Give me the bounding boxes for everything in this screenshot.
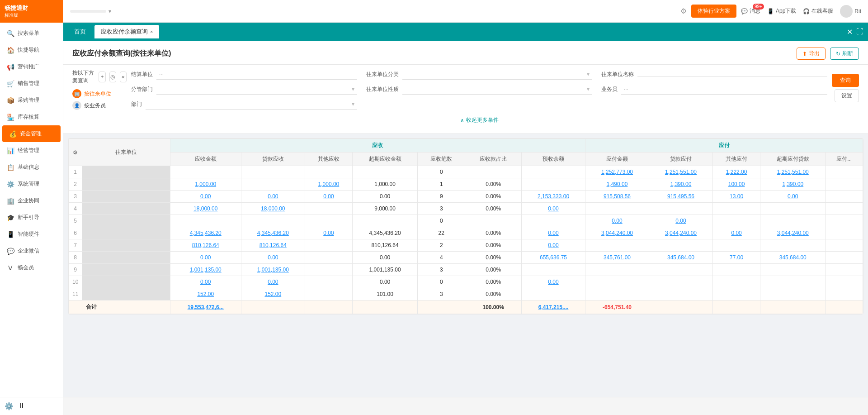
app-download-btn[interactable]: 📱 App下载 xyxy=(767,7,796,15)
sidebar-item-quick-nav[interactable]: 🏠 快捷导航 xyxy=(0,42,63,58)
bottom-bar xyxy=(63,397,868,415)
sidebar-item-label: 库存核算 xyxy=(18,113,39,121)
table-row: 5██████████00.000.00 xyxy=(69,215,863,227)
company-cell: P xyxy=(82,252,170,264)
row-number: 5 xyxy=(69,215,82,227)
settings-col-header[interactable]: ⚙ xyxy=(69,139,82,166)
payable-group-header: 应付 xyxy=(585,139,863,153)
sidebar-item-search-menu[interactable]: 🔍 搜索菜单 xyxy=(0,25,63,42)
refresh-btn[interactable]: ↻ 刷新 xyxy=(830,48,859,60)
sidebar-item-label: 新手引导 xyxy=(18,214,39,221)
row-number: 3 xyxy=(69,191,82,203)
home-icon: 🏠 xyxy=(7,47,14,54)
scheme-by-salesman[interactable]: 👤 按业务员 xyxy=(72,101,127,110)
company-cell: ^ xyxy=(82,227,170,239)
filter-header: 按以下方案查询 + ◎ « xyxy=(72,69,127,85)
sidebar-item-basic-info[interactable]: 📋 基础信息 xyxy=(0,159,63,176)
department-field: 部门 ▾ xyxy=(131,99,357,110)
row-number: 1 xyxy=(69,166,82,178)
tab-active[interactable]: 应收应付余额查询 × xyxy=(94,25,159,38)
sidebar-item-operations[interactable]: 📊 经营管理 xyxy=(0,142,63,159)
salesman-dots: ··· xyxy=(624,86,628,92)
message-btn[interactable]: 💬 消息 99+ xyxy=(741,7,760,15)
settlement-unit-label: 结算单位 xyxy=(131,71,153,78)
company-nature-select[interactable]: ▾ xyxy=(402,84,592,95)
footer-receivable-amount[interactable]: 19,553,472,6... xyxy=(170,301,241,314)
sidebar-item-label: 企业微信 xyxy=(18,247,39,255)
footer-loan-payable xyxy=(649,301,713,314)
sidebar: 畅捷通财 标准版 🔍 搜索菜单 🏠 快捷导航 📢 营销推广 🛒 销售管理 xyxy=(0,0,63,415)
settings-icon[interactable]: ⚙️ xyxy=(5,402,14,410)
salesman-input[interactable]: ··· xyxy=(621,84,827,95)
sidebar-item-label: 销售管理 xyxy=(18,80,39,87)
user-name: Rit xyxy=(854,8,861,14)
row-number: 9 xyxy=(69,264,82,276)
sidebar-item-guide[interactable]: 🎓 新手引导 xyxy=(0,209,63,226)
sidebar-item-label: 基础信息 xyxy=(18,163,39,171)
receivable-count-header: 应收笔数 xyxy=(418,153,465,166)
sidebar-item-wechat[interactable]: 💬 企业微信 xyxy=(0,243,63,259)
sidebar-item-system[interactable]: ⚙️ 系统管理 xyxy=(0,176,63,192)
guide-icon: 🎓 xyxy=(7,214,14,221)
sidebar-item-marketing[interactable]: 📢 营销推广 xyxy=(0,58,63,75)
user-profile[interactable]: Rit xyxy=(840,5,861,18)
department-label: 部门 xyxy=(131,100,142,108)
add-scheme-btn[interactable]: + xyxy=(99,72,105,82)
table-row: 2██████████1,000.001,000.001,000.0010.00… xyxy=(69,178,863,191)
tab-home[interactable]: 首页 xyxy=(68,25,92,38)
export-btn[interactable]: ⬆ 导出 xyxy=(797,48,826,60)
company-cell: ██████████ xyxy=(82,178,170,191)
data-table: ⚙ 往来单位 应收 应付 应收金额 贷款应收 其他应收 超期应收金额 应收笔数 xyxy=(68,138,863,314)
collapse-more-btn[interactable]: ∧ 收起更多条件 xyxy=(131,114,827,126)
table-row: 8P0.000.000.0040.00%655,636.75345,761.00… xyxy=(69,252,863,264)
company-category-select[interactable]: ▾ xyxy=(402,69,592,80)
collapse-scheme-btn[interactable]: « xyxy=(120,72,127,82)
sidebar-item-sales[interactable]: 🛒 销售管理 xyxy=(0,75,63,92)
sidebar-item-enterprise[interactable]: 🏢 企业协同 xyxy=(0,192,63,209)
scheme-by-company[interactable]: 🏢 按往来单位 xyxy=(72,89,127,98)
settings-button[interactable]: 设置 xyxy=(835,89,859,102)
sidebar-item-finance[interactable]: 💰 资金管理 xyxy=(2,125,61,142)
other-payable-header: 其他应付 xyxy=(712,153,760,166)
by-company-label: 按往来单位 xyxy=(84,90,111,98)
message-badge: 99+ xyxy=(753,4,764,10)
sidebar-item-purchase[interactable]: 📦 采购管理 xyxy=(0,92,63,109)
sidebar-bottom: ⚙️ ⏸ xyxy=(0,397,63,415)
company-name-label: 往来单位名称 xyxy=(601,71,634,78)
sidebar-item-label: 营销推广 xyxy=(18,63,39,71)
tab-close-icon[interactable]: × xyxy=(150,29,153,34)
chevron-down-icon: ▾ xyxy=(108,8,111,14)
company-name-field: 往来单位名称 xyxy=(601,69,827,80)
company-cell: ██████████ xyxy=(82,166,170,178)
company-cell: ██████████ xyxy=(82,215,170,227)
other-receivable-header: 其他应收 xyxy=(305,153,352,166)
gear-icon[interactable]: ⚙ xyxy=(680,7,687,15)
footer-empty xyxy=(69,301,82,314)
loan-payable-header: 贷款应付 xyxy=(649,153,713,166)
tab-expand-icon[interactable]: ⛶ xyxy=(856,28,863,36)
settings-scheme-btn[interactable]: ◎ xyxy=(109,72,116,82)
online-service-btn[interactable]: 🎧 在线客服 xyxy=(803,7,833,15)
collapse-icon[interactable]: ⏸ xyxy=(18,402,25,410)
table-row: 4██████████18,000.0018,000.009,000.0030.… xyxy=(69,203,863,215)
query-button[interactable]: 查询 xyxy=(832,74,859,87)
settlement-unit-input[interactable]: ··· xyxy=(156,69,357,80)
industry-btn[interactable]: 体验行业方案 xyxy=(691,5,736,18)
sidebar-item-inventory[interactable]: 🏪 库存核算 xyxy=(0,109,63,125)
avatar xyxy=(840,5,853,18)
sidebar-item-smart-hw[interactable]: 📱 智能硬件 xyxy=(0,226,63,243)
topbar-right: 💬 消息 99+ 📱 App下载 🎧 在线客服 Rit xyxy=(741,5,861,18)
sidebar-item-vip[interactable]: Ⅴ 畅会员 xyxy=(0,259,63,276)
dept-select[interactable]: ▾ xyxy=(156,84,357,95)
data-table-wrapper: ⚙ 往来单位 应收 应付 应收金额 贷款应收 其他应收 超期应收金额 应收笔数 xyxy=(68,138,863,315)
tab-bar-actions: ✕ ⛶ xyxy=(847,28,863,36)
footer-advance-balance[interactable]: 6,417,215.... xyxy=(522,301,585,314)
overdue-receivable-header: 超期应收金额 xyxy=(353,153,418,166)
department-select[interactable]: ▾ xyxy=(146,99,357,110)
company-name-input[interactable] xyxy=(637,72,827,76)
sidebar-item-label: 畅会员 xyxy=(18,264,34,272)
tab-close-window-icon[interactable]: ✕ xyxy=(847,28,853,36)
page-actions: ⬆ 导出 ↻ 刷新 xyxy=(797,48,859,60)
company-cell: ██████████ xyxy=(82,288,170,301)
logo-sub: 标准版 xyxy=(5,12,28,19)
